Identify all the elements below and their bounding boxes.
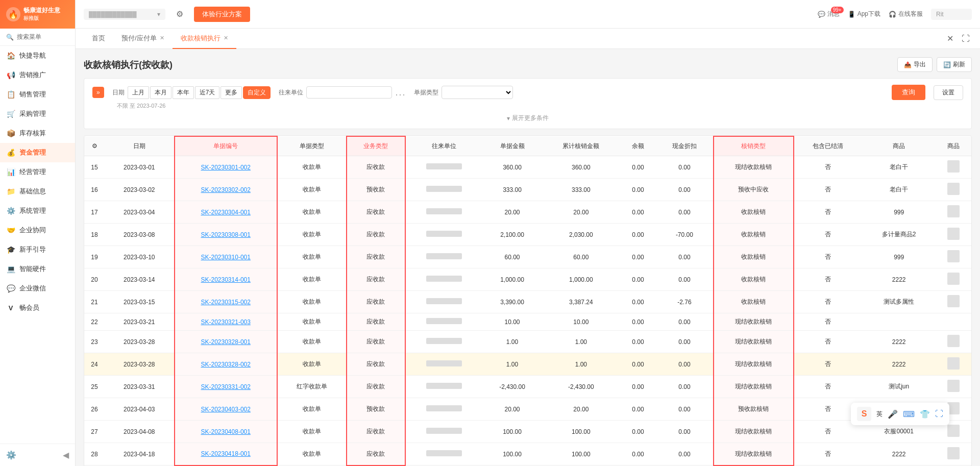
sidebar-item-guide[interactable]: 🎓 新手引导 bbox=[0, 240, 75, 259]
sidebar-item-operations[interactable]: 📊 经营管理 bbox=[0, 162, 75, 182]
receipt-type-select[interactable] bbox=[442, 86, 513, 99]
td-discount: 0.00 bbox=[656, 313, 714, 331]
float-s-logo: S bbox=[857, 407, 871, 421]
tab-close-btn[interactable]: ✕ bbox=[945, 32, 955, 45]
doc-no-link[interactable]: SK-20230302-002 bbox=[201, 186, 251, 193]
th-goods[interactable]: 商品 bbox=[862, 136, 936, 156]
th-verify-type[interactable]: 核销类型 bbox=[714, 136, 794, 156]
td-amount: -2,430.00 bbox=[482, 376, 542, 398]
float-expand-icon[interactable]: ⛶ bbox=[935, 409, 943, 419]
th-discount[interactable]: 现金折扣 bbox=[656, 136, 714, 156]
th-verified[interactable]: 累计核销金额 bbox=[542, 136, 620, 156]
date-btn-this-year[interactable]: 本年 bbox=[173, 86, 194, 99]
td-verified: 1,000.00 bbox=[542, 268, 620, 291]
doc-no-link[interactable]: SK-20230301-002 bbox=[201, 164, 251, 171]
sidebar-item-purchase[interactable]: 🛒 采购管理 bbox=[0, 104, 75, 124]
th-biz-type[interactable]: 业务类型 bbox=[347, 136, 405, 156]
float-mic-icon[interactable]: 🎤 bbox=[888, 409, 898, 419]
tab-prepayment-close[interactable]: ✕ bbox=[160, 35, 164, 41]
sidebar-item-basic[interactable]: 📁 基础信息 bbox=[0, 182, 75, 201]
date-btn-7days[interactable]: 近7天 bbox=[195, 86, 220, 99]
sidebar-collapse-btn[interactable]: ◀ bbox=[63, 450, 69, 460]
table-row: 16 2023-03-02 SK-20230302-002 收款单 预收款 33… bbox=[84, 179, 971, 201]
td-goods: 2222 bbox=[862, 353, 936, 376]
expand-btn[interactable]: ▾ 展开更多条件 bbox=[507, 114, 549, 122]
th-doc-type[interactable]: 单据类型 bbox=[277, 136, 347, 156]
export-btn[interactable]: 📤 导出 bbox=[897, 57, 933, 72]
td-counterparty bbox=[405, 246, 483, 268]
sidebar-item-enterprise[interactable]: 🤝 企业协同 bbox=[0, 220, 75, 240]
sidebar-item-marketing[interactable]: 📢 营销推广 bbox=[0, 65, 75, 85]
td-counterparty bbox=[405, 421, 483, 443]
user-name: Rit bbox=[936, 11, 944, 18]
app-download-btn[interactable]: 📱 App下载 bbox=[848, 10, 880, 18]
sidebar-item-inventory[interactable]: 📦 库存核算 bbox=[0, 124, 75, 143]
doc-no-link[interactable]: SK-20230321-003 bbox=[201, 318, 251, 326]
online-service-btn[interactable]: 🎧 在线客服 bbox=[889, 10, 923, 18]
filter-toggle-btn[interactable]: » bbox=[92, 87, 104, 98]
tab-collection[interactable]: 收款核销执行 ✕ bbox=[173, 29, 236, 49]
th-counterparty[interactable]: 往来单位 bbox=[405, 136, 483, 156]
tab-home[interactable]: 首页 bbox=[84, 29, 113, 49]
sidebar-item-wechat[interactable]: 💬 企业微信 bbox=[0, 279, 75, 298]
th-settings[interactable]: ⚙ bbox=[84, 136, 105, 156]
sidebar-settings-btn[interactable]: ⚙️ bbox=[6, 450, 16, 460]
sidebar-item-finance[interactable]: 💰 资金管理 bbox=[0, 143, 75, 162]
doc-no-link[interactable]: SK-20230418-001 bbox=[201, 450, 251, 457]
th-date[interactable]: 日期 bbox=[105, 136, 175, 156]
solution-btn[interactable]: 体验行业方案 bbox=[194, 7, 250, 22]
th-amount[interactable]: 单据金额 bbox=[482, 136, 542, 156]
th-balance[interactable]: 余额 bbox=[620, 136, 656, 156]
float-shirt-icon[interactable]: 👕 bbox=[920, 409, 930, 419]
counterparty-input[interactable] bbox=[306, 86, 392, 99]
doc-no-link[interactable]: SK-20230314-001 bbox=[201, 276, 251, 283]
sidebar-search[interactable]: 🔍 搜索菜单 bbox=[0, 29, 75, 46]
td-amount: 100.00 bbox=[482, 443, 542, 465]
doc-no-link[interactable]: SK-20230310-001 bbox=[201, 254, 251, 261]
sidebar-item-member[interactable]: V 畅会员 bbox=[0, 298, 75, 317]
sidebar-item-quick[interactable]: 🏠 快捷导航 bbox=[0, 46, 75, 65]
doc-no-link[interactable]: SK-20230331-002 bbox=[201, 383, 251, 390]
td-counterparty bbox=[405, 376, 483, 398]
filter-bar: » 日期 上月 本月 本年 近7天 更多 自定义 往来单位 bbox=[84, 78, 972, 129]
date-btn-last-month[interactable]: 上月 bbox=[128, 86, 149, 99]
doc-no-link[interactable]: SK-20230308-001 bbox=[201, 231, 251, 238]
refresh-btn[interactable]: 🔄 刷新 bbox=[937, 57, 972, 72]
messages-btn[interactable]: 💬 消息 99+ bbox=[818, 10, 840, 18]
sidebar-item-hardware[interactable]: 💻 智能硬件 bbox=[0, 259, 75, 279]
doc-no-link[interactable]: SK-20230328-002 bbox=[201, 361, 251, 368]
date-btn-custom[interactable]: 自定义 bbox=[243, 86, 271, 99]
doc-no-link[interactable]: SK-20230304-001 bbox=[201, 209, 251, 216]
topbar-dropdown[interactable]: ████████████ ▾ bbox=[84, 9, 165, 20]
doc-no-link[interactable]: SK-20230315-002 bbox=[201, 299, 251, 306]
topbar-gear-btn[interactable]: ⚙ bbox=[172, 6, 188, 22]
table-row: 22 2023-03-21 SK-20230321-003 收款单 应收款 10… bbox=[84, 313, 971, 331]
sidebar-item-system[interactable]: ⚙️ 系统管理 bbox=[0, 201, 75, 220]
doc-no-link[interactable]: SK-20230328-001 bbox=[201, 338, 251, 346]
th-include-settled[interactable]: 包含已结清 bbox=[794, 136, 862, 156]
doc-no-link[interactable]: SK-20230403-002 bbox=[201, 406, 251, 413]
tab-prepayment[interactable]: 预付/应付单 ✕ bbox=[113, 29, 173, 49]
tab-collection-close[interactable]: ✕ bbox=[224, 35, 228, 41]
doc-no-link[interactable]: SK-20230408-001 bbox=[201, 428, 251, 435]
user-area[interactable]: Rit bbox=[931, 9, 972, 20]
th-doc-no[interactable]: 单据编号 bbox=[175, 136, 277, 156]
td-goods2 bbox=[936, 156, 971, 179]
tabs-bar: 首页 预付/应付单 ✕ 收款核销执行 ✕ ✕ ⛶ bbox=[76, 29, 980, 49]
td-counterparty bbox=[405, 156, 483, 179]
sidebar-item-label: 畅会员 bbox=[19, 303, 39, 312]
td-amount: 1,000.00 bbox=[482, 268, 542, 291]
td-no: 25 bbox=[84, 376, 105, 398]
table-row: 25 2023-03-31 SK-20230331-002 红字收款单 应收款 … bbox=[84, 376, 971, 398]
hardware-icon: 💻 bbox=[6, 265, 15, 273]
th-goods2[interactable]: 商品 bbox=[936, 136, 971, 156]
counterparty-filter: 往来单位 ... bbox=[279, 86, 406, 99]
tab-expand-btn[interactable]: ⛶ bbox=[960, 32, 972, 45]
date-btn-this-month[interactable]: 本月 bbox=[150, 86, 172, 99]
query-btn[interactable]: 查询 bbox=[892, 85, 925, 100]
float-grid-icon[interactable]: ⌨ bbox=[903, 409, 915, 419]
table-container: ⚙ 日期 单据编号 单据类型 业务类型 往来单位 单据金额 累计核销金额 余额 … bbox=[84, 135, 972, 466]
sidebar-item-sales[interactable]: 📋 销售管理 bbox=[0, 85, 75, 104]
date-btn-more[interactable]: 更多 bbox=[220, 86, 242, 99]
setting-btn[interactable]: 设置 bbox=[934, 85, 963, 100]
